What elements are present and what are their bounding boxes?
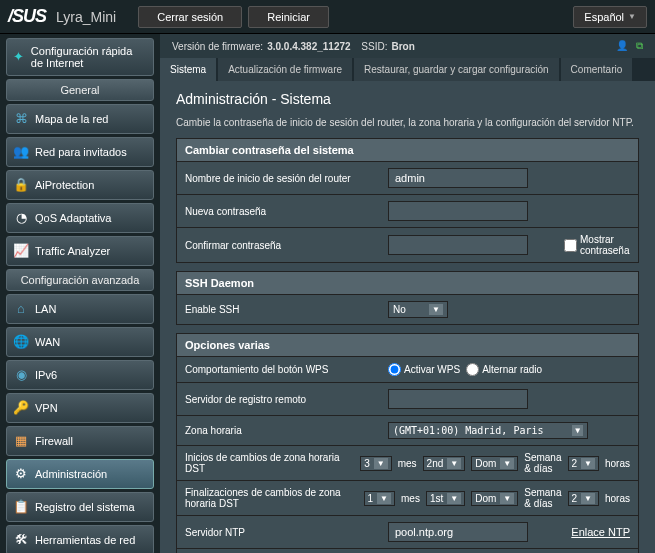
select-value: (GMT+01:00) Madrid, Paris: [393, 425, 544, 436]
logout-button[interactable]: Cerrar sesión: [138, 6, 242, 28]
label-month: mes: [401, 493, 420, 504]
select-dst-start-week[interactable]: 2nd▼: [423, 456, 466, 471]
chevron-down-icon: ▼: [500, 458, 514, 469]
input-ntp[interactable]: [388, 522, 528, 542]
tab-firmware[interactable]: Actualización de firmware: [218, 58, 352, 81]
chevron-down-icon: ▼: [581, 493, 595, 504]
home-icon: ⌂: [13, 301, 29, 317]
sidebar-item-label: WAN: [35, 336, 60, 348]
select-timezone[interactable]: (GMT+01:00) Madrid, Paris ▼: [388, 422, 588, 439]
select-dst-end-month[interactable]: 1▼: [364, 491, 395, 506]
select-dst-end-week[interactable]: 1st▼: [426, 491, 465, 506]
tab-restore[interactable]: Restaurar, guardar y cargar configuració…: [354, 58, 559, 81]
users-icon: 👥: [13, 144, 29, 160]
log-icon: 📋: [13, 499, 29, 515]
input-new-password[interactable]: [388, 201, 528, 221]
tab-feedback[interactable]: Comentario: [561, 58, 633, 81]
chevron-down-icon: ▼: [447, 458, 461, 469]
sidebar-item-ipv6[interactable]: ◉ IPv6: [6, 360, 154, 390]
info-bar: Versión de firmware: 3.0.0.4.382_11272 S…: [160, 34, 655, 58]
label-enable-ssh: Enable SSH: [185, 304, 380, 315]
row-dst-start: Inicios de cambios de zona horaria DST 3…: [176, 446, 639, 481]
sidebar-item-qos[interactable]: ◔ QoS Adaptativa: [6, 203, 154, 233]
row-login-name: Nombre de inicio de sesión del router: [176, 162, 639, 195]
chart-icon: 📈: [13, 243, 29, 259]
language-selector[interactable]: Español ▼: [573, 6, 647, 28]
page-description: Cambie la contraseña de inicio de sesión…: [176, 117, 639, 128]
section-misc-head: Opciones varias: [176, 333, 639, 357]
sidebar-item-vpn[interactable]: 🔑 VPN: [6, 393, 154, 423]
row-telnet: Habilitar Telnet Sí No: [176, 549, 639, 553]
sidebar-item-guest[interactable]: 👥 Red para invitados: [6, 137, 154, 167]
radio-wps-toggle[interactable]: [466, 363, 479, 376]
gauge-icon: ◔: [13, 210, 29, 226]
label-ntp: Servidor NTP: [185, 527, 380, 538]
section-ssh-head: SSH Daemon: [176, 271, 639, 295]
sidebar-item-syslog[interactable]: 📋 Registro del sistema: [6, 492, 154, 522]
gear-icon: ⚙: [13, 466, 29, 482]
ipv6-icon: ◉: [13, 367, 29, 383]
label-hours: horas: [605, 458, 630, 469]
select-dst-end-day[interactable]: Dom▼: [471, 491, 518, 506]
row-remote-log: Servidor de registro remoto: [176, 383, 639, 416]
row-wps: Comportamiento del botón WPS Activar WPS…: [176, 357, 639, 383]
select-dst-end-hour[interactable]: 2▼: [568, 491, 599, 506]
sidebar-item-label: QoS Adaptativa: [35, 212, 111, 224]
sidebar-item-lan[interactable]: ⌂ LAN: [6, 294, 154, 324]
sidebar-item-label: IPv6: [35, 369, 57, 381]
label-wps-toggle: Alternar radio: [482, 364, 542, 375]
sidebar-item-map[interactable]: ⌘ Mapa de la red: [6, 104, 154, 134]
select-dst-start-hour[interactable]: 2▼: [568, 456, 599, 471]
label-dst-end: Finalizaciones de cambios de zona horari…: [185, 487, 356, 509]
input-login-name[interactable]: [388, 168, 528, 188]
select-value: No: [393, 304, 406, 315]
sidebar-item-qis[interactable]: ✦ Configuración rápida de Internet: [6, 38, 154, 76]
ssid-label: SSID:: [361, 41, 387, 52]
chevron-down-icon: ▼: [377, 493, 391, 504]
chevron-down-icon: ▼: [429, 304, 443, 315]
sidebar-item-traffic[interactable]: 📈 Traffic Analyzer: [6, 236, 154, 266]
ssid-value: Bron: [391, 41, 414, 52]
input-remote-log[interactable]: [388, 389, 528, 409]
sidebar-item-firewall[interactable]: ▦ Firewall: [6, 426, 154, 456]
link-ntp[interactable]: Enlace NTP: [571, 526, 630, 538]
sidebar-item-label: Traffic Analyzer: [35, 245, 110, 257]
vpn-icon: 🔑: [13, 400, 29, 416]
reboot-button[interactable]: Reiniciar: [248, 6, 329, 28]
sidebar-item-aiprotection[interactable]: 🔒 AiProtection: [6, 170, 154, 200]
sidebar-item-wan[interactable]: 🌐 WAN: [6, 327, 154, 357]
sidebar-item-nettools[interactable]: 🛠 Herramientas de red: [6, 525, 154, 553]
label-weekday: Semana & días: [524, 487, 561, 509]
sidebar-section-general: General: [6, 79, 154, 101]
sidebar-item-label: Registro del sistema: [35, 501, 135, 513]
sidebar-item-label: Mapa de la red: [35, 113, 108, 125]
tab-system[interactable]: Sistema: [160, 58, 216, 81]
label-wps: Comportamiento del botón WPS: [185, 364, 380, 375]
fw-label: Versión de firmware:: [172, 41, 263, 52]
sidebar-item-label: Red para invitados: [35, 146, 127, 158]
row-enable-ssh: Enable SSH No ▼: [176, 295, 639, 325]
sidebar-item-admin[interactable]: ⚙ Administración: [6, 459, 154, 489]
select-enable-ssh[interactable]: No ▼: [388, 301, 448, 318]
label-confirm-password: Confirmar contraseña: [185, 240, 380, 251]
link-icon[interactable]: ⧉: [636, 40, 643, 52]
sidebar-item-label: Herramientas de red: [35, 534, 135, 546]
input-confirm-password[interactable]: [388, 235, 528, 255]
select-dst-start-day[interactable]: Dom▼: [471, 456, 518, 471]
checkbox-show-password[interactable]: [564, 239, 577, 252]
chevron-down-icon: ▼: [374, 458, 388, 469]
select-dst-start-month[interactable]: 3▼: [360, 456, 391, 471]
wand-icon: ✦: [13, 49, 25, 65]
label-new-password: Nueva contraseña: [185, 206, 380, 217]
sidebar-item-label: AiProtection: [35, 179, 94, 191]
chevron-down-icon: ▼: [572, 425, 583, 436]
sidebar-section-advanced: Configuración avanzada: [6, 269, 154, 291]
label-hours: horas: [605, 493, 630, 504]
content-area: Administración - Sistema Cambie la contr…: [160, 81, 655, 553]
language-label: Español: [584, 11, 624, 23]
shield-icon: 🔒: [13, 177, 29, 193]
row-timezone: Zona horaria (GMT+01:00) Madrid, Paris ▼: [176, 416, 639, 446]
product-name: Lyra_Mini: [56, 9, 116, 25]
radio-wps-activate[interactable]: [388, 363, 401, 376]
user-icon[interactable]: 👤: [616, 40, 628, 52]
